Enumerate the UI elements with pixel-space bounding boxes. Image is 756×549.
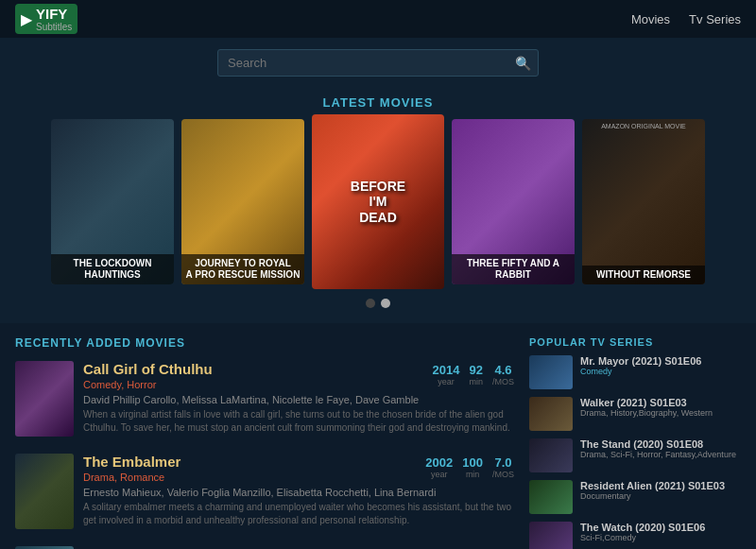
meta-mins: 92 min bbox=[469, 363, 483, 386]
movie-cast-embalmer: Ernesto Mahieux, Valerio Foglia Manzillo… bbox=[83, 487, 514, 498]
meta-year-label: year bbox=[438, 377, 455, 386]
meta-mins-label: min bbox=[469, 377, 483, 386]
carousel-dots bbox=[15, 299, 741, 308]
meta-imdb-emb-label: /MOS bbox=[492, 470, 514, 479]
tv-item-mayor: Mr. Mayor (2021) S01E06 Comedy bbox=[529, 355, 741, 389]
tv-info-stand: The Stand (2020) S01E08 Drama, Sci-Fi, H… bbox=[580, 438, 741, 459]
meta-mins-emb-value: 100 bbox=[462, 455, 483, 470]
logo: ▶ YIFY Subtitles bbox=[15, 4, 77, 34]
main-content: RECENTLY ADDED MOVIES Call Girl of Cthul… bbox=[0, 323, 756, 549]
movie-text-col: Call Girl of Cthulhu Comedy, Horror bbox=[83, 361, 433, 394]
search-section: 🔍 bbox=[0, 38, 756, 88]
poster-threerats-label: THREE FIFTY AND A RABBIT bbox=[452, 254, 575, 284]
poster-withoutremorse[interactable]: AMAZON ORIGINAL MOVIE WITHOUT REMORSE bbox=[582, 119, 705, 284]
movie-title-embalmer[interactable]: The Embalmer bbox=[83, 454, 425, 470]
tv-info-mayor: Mr. Mayor (2021) S01E06 Comedy bbox=[580, 355, 741, 376]
movie-stats-cthulhu: 2014 year 92 min 4.6 /MOS bbox=[433, 363, 514, 394]
tv-title-watch[interactable]: The Watch (2020) S01E06 bbox=[580, 522, 741, 533]
latest-title: LATEST MOVIES bbox=[15, 95, 741, 110]
nav-movies[interactable]: Movies bbox=[631, 12, 670, 26]
poster-journey-label: JOURNEY TO ROYALA PRO RESCUE MISSION bbox=[181, 254, 304, 284]
tv-genre-watch: Sci-Fi,Comedy bbox=[580, 533, 741, 542]
meta-year-emb: 2002 year bbox=[425, 455, 453, 479]
tv-genre-stand: Drama, Sci-Fi, Horror, Fantasy,Adventure bbox=[580, 450, 741, 459]
meta-mins-value: 92 bbox=[469, 363, 482, 377]
logo-yify: YIFY bbox=[36, 6, 72, 22]
movie-info-row-embalmer: The Embalmer Drama, Romance 2002 year 10… bbox=[83, 454, 514, 487]
tv-item-walker: Walker (2021) S01E03 Drama, History,Biog… bbox=[529, 397, 741, 431]
movie-info-cthulhu: Call Girl of Cthulhu Comedy, Horror 2014… bbox=[83, 361, 514, 437]
tv-info-resident: Resident Alien (2021) S01E03 Documentary bbox=[580, 480, 741, 501]
poster-journey[interactable]: JOURNEY TO ROYALA PRO RESCUE MISSION bbox=[181, 119, 304, 284]
movie-info-embalmer: The Embalmer Drama, Romance 2002 year 10… bbox=[83, 454, 514, 529]
movie-text-col-embalmer: The Embalmer Drama, Romance bbox=[83, 454, 425, 487]
tv-info-walker: Walker (2021) S01E03 Drama, History,Biog… bbox=[580, 397, 741, 418]
meta-imdb-value: 4.6 bbox=[494, 363, 511, 377]
logo-subtitles: Subtitles bbox=[36, 22, 72, 32]
header: ▶ YIFY Subtitles Movies Tv Series bbox=[0, 0, 756, 38]
poster-lockdown-label: THE LOCKDOWNHAUNTINGS bbox=[51, 254, 174, 284]
left-panel: RECENTLY ADDED MOVIES Call Girl of Cthul… bbox=[15, 336, 514, 549]
movie-item-cthulhu: Call Girl of Cthulhu Comedy, Horror 2014… bbox=[15, 361, 514, 437]
meta-imdb-emb: 7.0 /MOS bbox=[492, 455, 514, 479]
latest-section: LATEST MOVIES THE LOCKDOWNHAUNTINGS JOUR… bbox=[0, 88, 756, 323]
dot-2[interactable] bbox=[381, 299, 390, 308]
tv-title-mayor[interactable]: Mr. Mayor (2021) S01E06 bbox=[580, 355, 741, 367]
tv-item-stand: The Stand (2020) S01E08 Drama, Sci-Fi, H… bbox=[529, 438, 741, 472]
meta-imdb: 4.6 /MOS bbox=[492, 363, 514, 386]
meta-imdb-label: /MOS bbox=[492, 377, 514, 386]
movie-thumb-embalmer[interactable] bbox=[15, 454, 74, 529]
movie-genre-embalmer: Drama, Romance bbox=[83, 472, 425, 483]
movie-thumb-cthulhu[interactable] bbox=[15, 361, 74, 437]
meta-mins-emb: 100 min bbox=[462, 455, 483, 479]
poster-beforeimdead[interactable]: BEFOREI'MDEAD bbox=[312, 114, 444, 289]
movie-cast-cthulhu: David Phillip Carollo, Melissa LaMartina… bbox=[83, 394, 514, 405]
dot-1[interactable] bbox=[366, 299, 375, 308]
poster-threerats[interactable]: THREE FIFTY AND A RABBIT bbox=[452, 119, 575, 284]
poster-beforeimdead-label: BEFOREI'MDEAD bbox=[351, 178, 405, 225]
tv-genre-resident: Documentary bbox=[580, 491, 741, 501]
tv-thumb-mayor[interactable] bbox=[529, 355, 573, 389]
tv-thumb-watch[interactable] bbox=[529, 522, 573, 549]
tv-title-walker[interactable]: Walker (2021) S01E03 bbox=[580, 397, 741, 408]
meta-year-emb-label: year bbox=[431, 470, 448, 479]
search-button[interactable]: 🔍 bbox=[515, 56, 531, 71]
movies-carousel: THE LOCKDOWNHAUNTINGS JOURNEY TO ROYALA … bbox=[15, 119, 741, 289]
poster-withoutremorse-label: WITHOUT REMORSE bbox=[582, 266, 705, 284]
tv-info-watch: The Watch (2020) S01E06 Sci-Fi,Comedy bbox=[580, 522, 741, 542]
movie-info-row: Call Girl of Cthulhu Comedy, Horror 2014… bbox=[83, 361, 514, 394]
meta-year-value: 2014 bbox=[433, 363, 460, 377]
meta-year: 2014 year bbox=[433, 363, 460, 386]
popular-tv-title: POPULAR TV SERIES bbox=[529, 336, 741, 348]
tv-item-resident: Resident Alien (2021) S01E03 Documentary bbox=[529, 480, 741, 514]
meta-mins-emb-label: min bbox=[466, 470, 480, 479]
logo-box: ▶ YIFY Subtitles bbox=[15, 4, 77, 34]
amazon-badge: AMAZON ORIGINAL MOVIE bbox=[582, 123, 705, 129]
nav-tv[interactable]: Tv Series bbox=[689, 12, 741, 26]
logo-play-icon: ▶ bbox=[21, 10, 32, 28]
movie-stats-embalmer: 2002 year 100 min 7.0 /MOS bbox=[425, 455, 514, 487]
recently-added-title: RECENTLY ADDED MOVIES bbox=[15, 336, 514, 350]
tv-thumb-resident[interactable] bbox=[529, 480, 573, 514]
movie-desc-cthulhu: When a virginal artist falls in love wit… bbox=[83, 408, 514, 435]
movie-item-embalmer: The Embalmer Drama, Romance 2002 year 10… bbox=[15, 454, 514, 529]
tv-title-stand[interactable]: The Stand (2020) S01E08 bbox=[580, 438, 741, 450]
movie-genre-cthulhu: Comedy, Horror bbox=[83, 379, 433, 390]
tv-item-watch: The Watch (2020) S01E06 Sci-Fi,Comedy bbox=[529, 522, 741, 549]
search-input[interactable] bbox=[217, 49, 539, 77]
tv-genre-walker: Drama, History,Biography, Western bbox=[580, 408, 741, 418]
right-panel: POPULAR TV SERIES Mr. Mayor (2021) S01E0… bbox=[514, 336, 741, 549]
logo-text-group: YIFY Subtitles bbox=[36, 6, 72, 32]
nav: Movies Tv Series bbox=[631, 12, 741, 26]
movie-title-cthulhu[interactable]: Call Girl of Cthulhu bbox=[83, 361, 433, 377]
search-wrapper: 🔍 bbox=[217, 49, 539, 77]
poster-lockdown[interactable]: THE LOCKDOWNHAUNTINGS bbox=[51, 119, 174, 284]
tv-title-resident[interactable]: Resident Alien (2021) S01E03 bbox=[580, 480, 741, 491]
meta-imdb-emb-value: 7.0 bbox=[494, 455, 511, 470]
tv-genre-mayor: Comedy bbox=[580, 367, 741, 376]
meta-year-emb-value: 2002 bbox=[425, 455, 453, 470]
tv-thumb-walker[interactable] bbox=[529, 397, 573, 431]
movie-desc-embalmer: A solitary embalmer meets a charming and… bbox=[83, 501, 514, 527]
tv-thumb-stand[interactable] bbox=[529, 438, 573, 472]
